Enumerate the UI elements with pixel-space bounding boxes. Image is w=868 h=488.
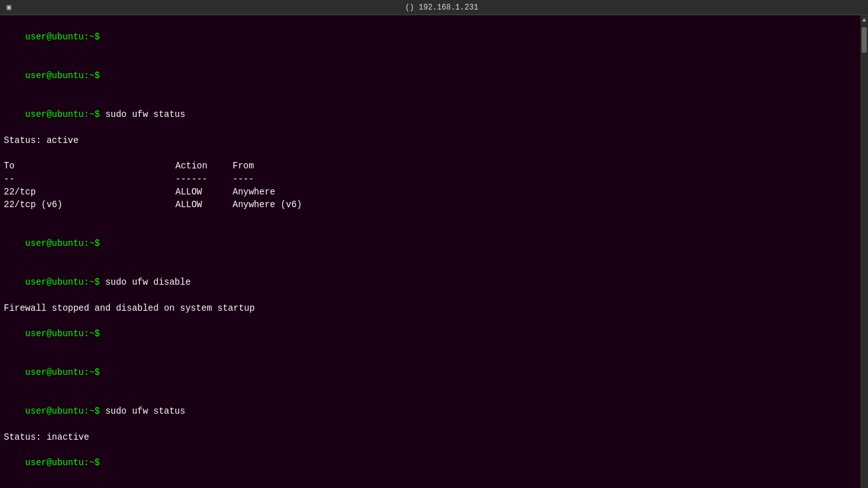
terminal-line: user@ubuntu:~$ bbox=[4, 444, 864, 482]
terminal-icon: ▣ bbox=[3, 1, 15, 14]
prompt: user@ubuntu:~$ bbox=[25, 109, 100, 119]
prompt: user@ubuntu:~$ bbox=[25, 32, 100, 42]
terminal-output: ------------ bbox=[4, 173, 864, 186]
terminal-line: user@ubuntu:~$ bbox=[4, 18, 864, 57]
terminal-output: 22/tcp (v6)ALLOWAnywhere (v6) bbox=[4, 198, 864, 211]
scrollbar-thumb[interactable] bbox=[862, 27, 867, 53]
terminal-line: user@ubuntu:~$ bbox=[4, 315, 864, 353]
terminal-output: Firewall stopped and disabled on system … bbox=[4, 302, 864, 315]
terminal-line: user@ubuntu:~$ sudo ufw status bbox=[4, 95, 864, 134]
terminal-line: user@ubuntu:~$ sudo ufw status bbox=[4, 392, 864, 431]
prompt: user@ubuntu:~$ bbox=[25, 406, 100, 416]
terminal-line: user@ubuntu:~$ bbox=[4, 224, 864, 263]
terminal-output: 22/tcpALLOWAnywhere bbox=[4, 186, 864, 198]
prompt: user@ubuntu:~$ bbox=[25, 329, 100, 339]
terminal-line: user@ubuntu:~$ bbox=[4, 482, 864, 488]
prompt: user@ubuntu:~$ bbox=[25, 277, 100, 287]
prompt: user@ubuntu:~$ bbox=[25, 458, 100, 468]
terminal-body[interactable]: user@ubuntu:~$ user@ubuntu:~$ user@ubunt… bbox=[0, 15, 868, 488]
terminal-output: Status: active bbox=[4, 134, 864, 147]
terminal-line bbox=[4, 211, 864, 224]
terminal-output: ToActionFrom bbox=[4, 159, 864, 172]
scrollbar[interactable]: ▲ bbox=[860, 15, 868, 488]
terminal-output: Status: inactive bbox=[4, 431, 864, 444]
terminal-line: user@ubuntu:~$ sudo ufw disable bbox=[4, 263, 864, 302]
command: sudo ufw status bbox=[100, 109, 185, 119]
command: sudo ufw status bbox=[100, 406, 185, 416]
prompt: user@ubuntu:~$ bbox=[25, 71, 100, 81]
terminal-line bbox=[4, 147, 864, 159]
prompt: user@ubuntu:~$ bbox=[25, 238, 100, 248]
titlebar-title: () 192.168.1.231 bbox=[15, 3, 868, 12]
scrollbar-up-arrow[interactable]: ▲ bbox=[861, 15, 867, 25]
terminal-line: user@ubuntu:~$ bbox=[4, 353, 864, 392]
terminal-line: user@ubuntu:~$ bbox=[4, 57, 864, 95]
titlebar: ▣ () 192.168.1.231 bbox=[0, 0, 868, 15]
prompt: user@ubuntu:~$ bbox=[25, 367, 100, 377]
command: sudo ufw disable bbox=[100, 277, 191, 287]
